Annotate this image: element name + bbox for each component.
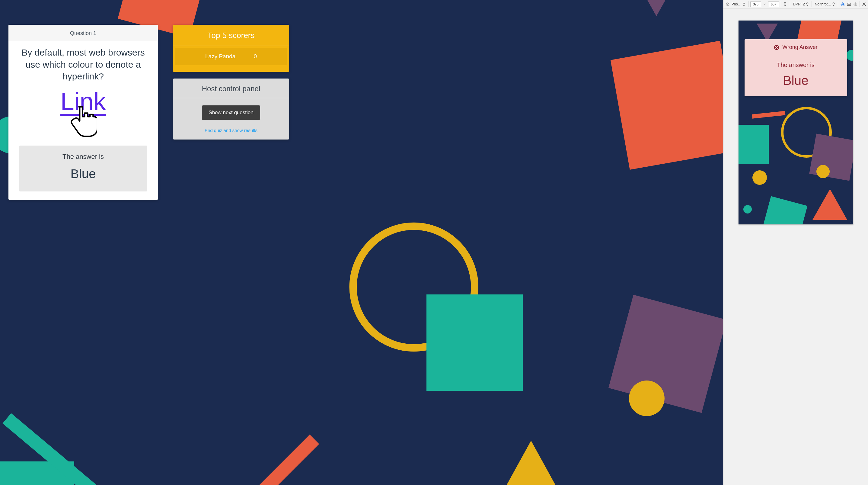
no-entry-icon bbox=[726, 2, 730, 6]
scorers-title: Top 5 scorers bbox=[173, 25, 289, 46]
preview-content: Question 1 By default, most web browsers… bbox=[0, 0, 723, 485]
devtools-settings-button[interactable] bbox=[852, 1, 858, 7]
dpr-select[interactable]: DPR: 2 bbox=[792, 1, 809, 7]
wrong-answer-card: Wrong Answer The answer is Blue bbox=[745, 39, 847, 96]
rotate-device-button[interactable] bbox=[783, 1, 788, 7]
close-icon bbox=[862, 2, 866, 6]
throttle-value: No throt… bbox=[815, 2, 832, 6]
throttle-select[interactable]: No throt… bbox=[814, 1, 836, 7]
link-illustration: Link bbox=[50, 89, 117, 139]
chevron-updown-icon bbox=[806, 2, 809, 6]
svg-rect-23 bbox=[848, 3, 849, 3]
touch-simulation-button[interactable] bbox=[840, 1, 845, 7]
question-card: Question 1 By default, most web browsers… bbox=[8, 25, 158, 200]
svg-point-30 bbox=[816, 165, 830, 178]
dpr-label: DPR: bbox=[793, 2, 802, 6]
device-name: iPho… bbox=[731, 2, 742, 6]
question-number: Question 1 bbox=[8, 25, 158, 41]
close-device-toolbar-button[interactable] bbox=[862, 1, 867, 7]
question-text: By default, most web browsers use which … bbox=[19, 47, 147, 82]
chevron-updown-icon bbox=[832, 2, 835, 6]
svg-rect-21 bbox=[847, 3, 850, 5]
svg-point-36 bbox=[743, 205, 752, 213]
answer-value: Blue bbox=[22, 167, 144, 181]
scorer-score: 0 bbox=[253, 53, 257, 60]
touch-icon bbox=[840, 2, 845, 6]
host-panel-title: Host control panel bbox=[173, 79, 289, 98]
devtools-pane: iPho… × DPR: 2 No throt… bbox=[723, 0, 868, 485]
pointer-cursor-icon bbox=[70, 104, 97, 139]
host-panel-card: Host control panel Show next question En… bbox=[173, 79, 289, 140]
answer-label: The answer is bbox=[22, 153, 144, 161]
answer-box: The answer is Blue bbox=[19, 146, 147, 192]
chevron-updown-icon bbox=[743, 2, 745, 6]
show-next-question-button[interactable]: Show next question bbox=[202, 105, 260, 120]
dpr-value: 2 bbox=[803, 2, 805, 6]
wrong-answer-header: Wrong Answer bbox=[745, 39, 847, 55]
camera-icon bbox=[847, 2, 851, 6]
svg-line-18 bbox=[727, 3, 729, 5]
gear-icon bbox=[853, 2, 858, 6]
score-row: Lazy Panda 0 bbox=[175, 48, 287, 65]
scorer-name: Lazy Panda bbox=[205, 53, 236, 60]
svg-rect-29 bbox=[809, 134, 853, 180]
wrong-answer-value: Blue bbox=[745, 68, 847, 88]
wrong-answer-title: Wrong Answer bbox=[782, 44, 817, 51]
svg-point-33 bbox=[752, 170, 767, 185]
viewport-width-input[interactable] bbox=[750, 1, 761, 7]
dimension-x: × bbox=[763, 2, 767, 6]
svg-rect-19 bbox=[784, 2, 786, 5]
svg-point-22 bbox=[848, 4, 849, 5]
devtools-toolbar: iPho… × DPR: 2 No throt… bbox=[723, 0, 868, 8]
rotate-icon bbox=[783, 2, 787, 6]
host-preview: Question 1 By default, most web browsers… bbox=[0, 0, 723, 485]
device-viewport-area: Wrong Answer The answer is Blue bbox=[723, 8, 868, 485]
svg-point-24 bbox=[855, 4, 856, 5]
end-quiz-link[interactable]: End quiz and show results bbox=[173, 128, 289, 133]
resize-handle-icon[interactable] bbox=[849, 220, 852, 224]
viewport-height-input[interactable] bbox=[768, 1, 779, 7]
wrong-answer-sub: The answer is bbox=[745, 55, 847, 68]
device-frame[interactable]: Wrong Answer The answer is Blue bbox=[739, 21, 853, 224]
side-column: Top 5 scorers Lazy Panda 0 Host control … bbox=[173, 25, 289, 140]
svg-rect-32 bbox=[739, 125, 769, 164]
device-select[interactable]: iPho… bbox=[725, 1, 746, 7]
screenshot-button[interactable] bbox=[846, 1, 851, 7]
scorers-card: Top 5 scorers Lazy Panda 0 bbox=[173, 25, 289, 72]
error-circle-icon bbox=[774, 45, 779, 50]
